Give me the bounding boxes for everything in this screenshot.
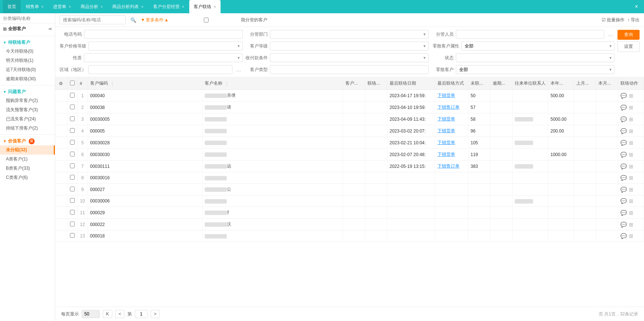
th-contact[interactable]: 联络... xyxy=(365,77,387,90)
th-this-year[interactable]: 本年... xyxy=(548,77,574,90)
row-checkbox[interactable] xyxy=(70,233,75,238)
grid-action-icon[interactable]: ⊞ xyxy=(629,163,633,169)
close-product-analysis-icon[interactable]: × xyxy=(101,4,103,9)
message-icon[interactable]: 💬 xyxy=(620,187,627,193)
first-page-button[interactable]: K xyxy=(103,310,112,318)
grid-action-icon[interactable]: ⊞ xyxy=(629,187,633,193)
filter-search-icon[interactable]: 🔍 xyxy=(130,17,136,23)
row-checkbox[interactable] xyxy=(70,116,75,121)
td-checkbox[interactable] xyxy=(67,90,77,102)
td-checkbox[interactable] xyxy=(67,172,77,184)
message-icon[interactable]: 💬 xyxy=(620,140,627,146)
row-checkbox[interactable] xyxy=(70,105,75,109)
row-checkbox[interactable] xyxy=(70,187,75,191)
sidebar-item-today-pending[interactable]: 今天待联络(0) xyxy=(0,47,55,56)
td-checkbox[interactable] xyxy=(67,219,77,230)
row-checkbox[interactable] xyxy=(70,175,75,180)
search-button[interactable]: 查询 xyxy=(617,30,640,40)
td-checkbox[interactable] xyxy=(67,160,77,172)
message-icon[interactable]: 💬 xyxy=(620,105,627,110)
grid-action-icon[interactable]: ⊞ xyxy=(629,128,633,134)
select-all-checkbox[interactable] xyxy=(70,81,75,85)
td-checkbox[interactable] xyxy=(67,207,77,219)
my-customers-check[interactable] xyxy=(173,18,239,22)
message-icon[interactable]: 💬 xyxy=(620,128,627,134)
tab-product-list[interactable]: 商品分析列表 × xyxy=(108,0,148,13)
row-checkbox[interactable] xyxy=(70,152,75,156)
all-customers-header[interactable]: ⊞ 全部客户 ≪ xyxy=(0,24,55,34)
batch-operation-button[interactable]: ☑ 批量操作 xyxy=(602,17,624,23)
sidebar-item-tomorrow-pending[interactable]: 明天待联络(1) xyxy=(0,56,55,65)
row-checkbox[interactable] xyxy=(70,198,75,203)
filter-retail-attr-select[interactable]: 全部 xyxy=(461,42,615,50)
last-way-link[interactable]: 下销货单 xyxy=(437,128,455,133)
sidebar-group-problem[interactable]: ▼ 问题客户 xyxy=(0,87,55,96)
next-page-button[interactable]: > xyxy=(151,310,160,318)
close-sales-icon[interactable]: × xyxy=(41,4,43,9)
row-checkbox[interactable] xyxy=(70,93,75,98)
close-customer-seg-icon[interactable]: × xyxy=(182,4,184,9)
td-checkbox[interactable] xyxy=(67,195,77,207)
sidebar-item-class-a[interactable]: A类客户(1) xyxy=(0,155,55,164)
sidebar-item-churned[interactable]: 已流失客户(24) xyxy=(0,114,55,124)
message-icon[interactable]: 💬 xyxy=(620,210,627,216)
sidebar-item-class-c[interactable]: C类客户(6) xyxy=(0,173,55,182)
td-checkbox[interactable] xyxy=(67,102,77,113)
filter-cust-type-input[interactable] xyxy=(270,65,429,74)
filter-phone-input[interactable] xyxy=(84,30,243,39)
message-icon[interactable]: 💬 xyxy=(620,93,627,99)
td-checkbox[interactable] xyxy=(67,184,77,195)
filter-status-select[interactable] xyxy=(456,53,615,62)
grid-action-icon[interactable]: ⊞ xyxy=(629,175,633,181)
tab-purchase[interactable]: 进货单 × xyxy=(49,0,75,13)
sidebar-item-declining[interactable]: 持续下滑客户(2) xyxy=(0,124,55,133)
tab-customer-contact[interactable]: 客户联络 × xyxy=(189,0,220,13)
tab-sales[interactable]: 销售单 × xyxy=(21,0,48,13)
tab-home[interactable]: 首页 xyxy=(3,0,21,13)
last-way-link[interactable]: 下销货单 xyxy=(437,93,455,98)
filter-retail-select[interactable]: 全部 xyxy=(456,65,615,74)
message-icon[interactable]: 💬 xyxy=(620,222,627,227)
td-checkbox[interactable] xyxy=(67,149,77,160)
message-icon[interactable]: 💬 xyxy=(620,233,627,239)
row-checkbox[interactable] xyxy=(70,128,75,133)
td-checkbox[interactable] xyxy=(67,113,77,125)
th-unit-contact[interactable]: 往来单位联系人 xyxy=(513,77,548,90)
th-last-way[interactable]: 最后联络方式 xyxy=(435,77,468,90)
grid-action-icon[interactable]: ⊞ xyxy=(629,116,633,122)
th-checkbox[interactable] xyxy=(67,77,77,90)
page-number-input[interactable] xyxy=(135,310,148,318)
th-no-contact[interactable]: 未联... xyxy=(468,77,490,90)
grid-action-icon[interactable]: ⊞ xyxy=(629,152,633,158)
message-icon[interactable]: 💬 xyxy=(620,116,627,122)
close-all-tabs-button[interactable]: × xyxy=(632,3,641,10)
th-type[interactable]: 客户... xyxy=(343,77,365,90)
last-way-link[interactable]: 下销售订单 xyxy=(437,105,460,110)
filter-customer-level-select[interactable] xyxy=(270,42,429,50)
tab-customer-segmentation[interactable]: 客户分层经营 × xyxy=(149,0,189,13)
message-icon[interactable]: 💬 xyxy=(620,163,627,169)
more-conditions-button[interactable]: ▼ 更多条件 ▲ xyxy=(141,17,169,23)
sidebar-item-class-b[interactable]: B类客户(33) xyxy=(0,164,55,173)
sidebar-search-input[interactable] xyxy=(3,16,55,21)
message-icon[interactable]: 💬 xyxy=(620,198,627,204)
sidebar-item-overdue[interactable]: 逾期未联络(30) xyxy=(0,74,55,84)
main-search-input[interactable] xyxy=(60,15,126,24)
th-settings[interactable]: ⚙ xyxy=(55,77,67,90)
row-checkbox[interactable] xyxy=(70,210,75,215)
filter-person-input[interactable] xyxy=(456,30,604,39)
export-button[interactable]: ↑ 导出 xyxy=(627,17,640,23)
th-last-month[interactable]: 上月... xyxy=(574,77,596,90)
grid-action-icon[interactable]: ⊞ xyxy=(629,93,633,99)
th-code[interactable]: 客户编码⋮ xyxy=(88,77,202,90)
tab-product-analysis[interactable]: 商品分析 × xyxy=(76,0,107,13)
prev-page-button[interactable]: < xyxy=(115,310,124,318)
filter-region-input[interactable] xyxy=(88,65,232,74)
collapse-icon[interactable]: ≪ xyxy=(48,27,52,31)
th-overdue[interactable]: 逾期... xyxy=(490,77,513,90)
close-product-list-icon[interactable]: × xyxy=(141,4,143,9)
settings-icon[interactable]: ⚙ xyxy=(59,81,63,86)
filter-dept-select[interactable] xyxy=(270,30,429,39)
message-icon[interactable]: 💬 xyxy=(620,152,627,158)
sidebar-item-7day-pending[interactable]: 近7天待联络(0) xyxy=(0,65,55,74)
